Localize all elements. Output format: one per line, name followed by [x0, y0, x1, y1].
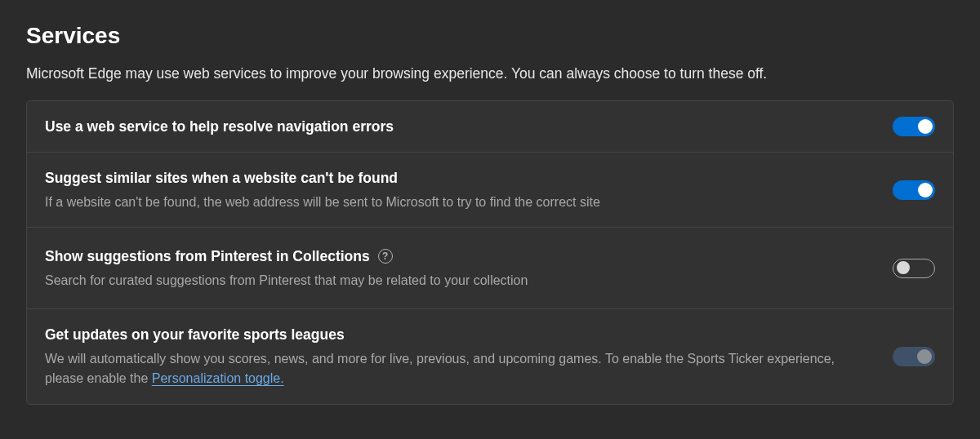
- setting-row-pinterest: Show suggestions from Pinterest in Colle…: [27, 228, 953, 309]
- setting-subtitle: We will automatically show you scores, n…: [45, 349, 873, 390]
- toggle-pinterest[interactable]: [893, 259, 935, 278]
- setting-title: Show suggestions from Pinterest in Colle…: [45, 246, 370, 267]
- services-panel: Use a web service to help resolve naviga…: [26, 100, 954, 405]
- page-description: Microsoft Edge may use web services to i…: [26, 65, 954, 82]
- setting-title: Suggest similar sites when a website can…: [45, 167, 398, 188]
- setting-subtitle: If a website can't be found, the web add…: [45, 193, 873, 213]
- toggle-similar-sites[interactable]: [893, 180, 935, 200]
- toggle-nav-errors[interactable]: [893, 117, 935, 136]
- setting-subtitle: Search for curated suggestions from Pint…: [45, 271, 873, 291]
- page-title: Services: [26, 23, 954, 49]
- setting-row-similar-sites: Suggest similar sites when a website can…: [27, 153, 953, 228]
- setting-row-nav-errors: Use a web service to help resolve naviga…: [27, 101, 953, 153]
- help-icon[interactable]: ?: [378, 249, 393, 264]
- setting-title: Get updates on your favorite sports leag…: [45, 324, 345, 345]
- setting-title: Use a web service to help resolve naviga…: [45, 116, 394, 137]
- setting-row-sports: Get updates on your favorite sports leag…: [27, 309, 953, 404]
- personalization-toggle-link[interactable]: Personalization toggle.: [152, 371, 284, 385]
- toggle-sports: [893, 347, 935, 366]
